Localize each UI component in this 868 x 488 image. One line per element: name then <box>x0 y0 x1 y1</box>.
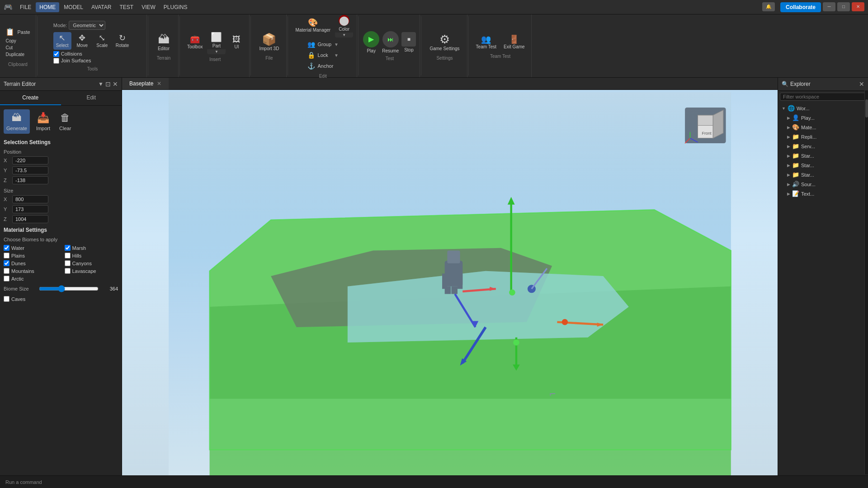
group-btn[interactable]: 👥 Group ▼ <box>304 39 342 49</box>
menu-file[interactable]: FILE <box>16 2 35 12</box>
lock-icon: 🔒 <box>307 52 315 59</box>
size-y-input[interactable] <box>12 205 48 213</box>
mode-select[interactable]: Geometric <box>69 21 105 30</box>
biome-canyons-checkbox[interactable] <box>65 260 71 266</box>
color-btn[interactable]: ⬤ Color <box>335 13 353 33</box>
import-btn[interactable]: 📥 Import <box>33 109 53 134</box>
generate-btn[interactable]: 🏔 Generate <box>4 109 30 134</box>
explorer-item-soundsvc[interactable]: ▶ 🔊 Sour... <box>778 179 868 189</box>
panel-dropdown-btn[interactable]: ▼ <box>98 80 104 88</box>
toolbox-icon: 🧰 <box>190 35 200 43</box>
menu-avatar[interactable]: AVATAR <box>88 2 115 12</box>
biome-mountains-checkbox[interactable] <box>4 268 9 274</box>
biome-plains-checkbox[interactable] <box>4 253 9 258</box>
right-panel-scrollbar[interactable] <box>864 90 868 474</box>
filter-row <box>778 91 868 103</box>
serv-icon: 📁 <box>792 143 799 150</box>
biome-water-checkbox[interactable] <box>4 245 9 251</box>
notification-btn[interactable]: 🔔 <box>762 2 775 11</box>
explorer-item-serverscriptsvc[interactable]: ▶ 📁 Serv... <box>778 141 868 151</box>
scrollbar-thumb[interactable] <box>865 99 868 117</box>
team-test-btn[interactable]: 👥 Team Test <box>473 33 499 51</box>
biome-dunes-checkbox[interactable] <box>4 260 9 266</box>
biome-arctic-checkbox[interactable] <box>4 276 9 282</box>
svg-line-40 <box>690 138 698 142</box>
size-x-input[interactable] <box>12 195 48 203</box>
explorer-item-materials[interactable]: ▶ 🎨 Mate... <box>778 122 868 132</box>
move-tool-btn[interactable]: ✥ Move <box>73 32 91 50</box>
explorer-item-starterchar[interactable]: ▶ 📁 Star... <box>778 151 868 160</box>
part-btn[interactable]: ⬜ Part <box>207 30 226 49</box>
panel-float-btn[interactable]: ⊡ <box>105 80 111 88</box>
svg-marker-38 <box>713 110 723 138</box>
explorer-item-players[interactable]: ▶ 👤 Play... <box>778 113 868 122</box>
position-y-input[interactable] <box>12 166 48 174</box>
biome-size-slider[interactable] <box>39 285 99 292</box>
part-dropdown-arrow[interactable]: ▼ <box>207 49 226 54</box>
menu-test[interactable]: TEST <box>116 2 137 12</box>
edit-tab[interactable]: Edit <box>61 91 122 105</box>
file-section: 📦 Import 3D File <box>252 14 287 77</box>
panel-close-btn[interactable]: ✕ <box>113 80 118 88</box>
caves-label: Caves <box>11 296 25 302</box>
menu-home[interactable]: HOME <box>36 2 59 12</box>
exit-game-btn[interactable]: 🚪 Exit Game <box>501 33 528 51</box>
maximize-btn[interactable]: □ <box>837 2 850 11</box>
menu-plugins[interactable]: PLUGINS <box>160 2 191 12</box>
caves-checkbox[interactable] <box>4 296 9 302</box>
explorer-item-starterpack[interactable]: ▶ 📁 Star... <box>778 170 868 179</box>
status-message: Run a command <box>5 479 42 485</box>
cut-btn[interactable]: Cut <box>4 45 14 51</box>
terrain-editor-btn[interactable]: 🏔 Editor <box>153 32 175 53</box>
lock-btn[interactable]: 🔒 Lock ▼ <box>304 50 342 60</box>
toolbox-btn[interactable]: 🧰 Toolbox <box>184 30 205 54</box>
select-tool-btn[interactable]: ↖ Select <box>53 32 71 50</box>
stop-btn[interactable]: ■ <box>401 32 416 47</box>
copy-btn[interactable]: Copy <box>4 38 18 44</box>
biome-marsh-checkbox[interactable] <box>65 245 71 251</box>
filter-input[interactable] <box>780 93 866 101</box>
play-btn[interactable]: ▶ <box>363 31 379 47</box>
rotate-tool-btn[interactable]: ↻ Rotate <box>113 32 132 50</box>
clear-btn[interactable]: 🗑 Clear <box>57 109 74 134</box>
position-z-input[interactable] <box>12 176 48 184</box>
duplicate-btn[interactable]: Duplicate <box>4 52 26 57</box>
explorer-item-workspace[interactable]: ▼ 🌐 Wor... <box>778 103 868 113</box>
baseplate-tab-close[interactable]: ✕ <box>157 80 161 87</box>
explorer-item-startergui[interactable]: ▶ 📁 Star... <box>778 160 868 170</box>
explorer-close-btn[interactable]: ✕ <box>859 80 864 88</box>
join-surfaces-checkbox[interactable] <box>53 58 59 64</box>
menu-model[interactable]: MODEL <box>60 2 87 12</box>
baseplate-tab[interactable]: Baseplate ✕ <box>122 78 169 89</box>
test-label: Test <box>386 56 394 61</box>
paste-btn[interactable]: 📋 Paste <box>4 27 32 37</box>
collisions-checkbox[interactable] <box>53 51 59 57</box>
ui-btn[interactable]: 🖼 UI <box>227 30 245 54</box>
color-dropdown-arrow[interactable]: ▼ <box>335 33 353 38</box>
game-settings-btn[interactable]: ⚙ Game Settings <box>426 32 463 53</box>
scale-tool-btn[interactable]: ⤡ Scale <box>93 32 111 50</box>
scale-icon: ⤡ <box>99 34 105 42</box>
create-tab[interactable]: Create <box>0 91 61 105</box>
biome-lavascape-checkbox[interactable] <box>65 268 71 274</box>
size-z-input[interactable] <box>12 215 48 223</box>
svg-marker-31 <box>460 358 467 366</box>
material-manager-btn[interactable]: 🎨 Material Manager <box>292 13 333 38</box>
play-label: Play <box>367 48 375 53</box>
minimize-btn[interactable]: ─ <box>823 2 835 11</box>
position-x-input[interactable] <box>12 156 48 164</box>
import-3d-btn[interactable]: 📦 Import 3D <box>255 32 283 53</box>
textsvc-icon: 📝 <box>792 190 799 197</box>
resume-btn[interactable]: ⏭ <box>382 31 399 47</box>
anchor-btn[interactable]: ⚓ Anchor <box>304 61 342 71</box>
panel-title: Terrain Editor <box>4 81 36 87</box>
3d-scene[interactable]: ⌐ Front <box>122 92 778 475</box>
menu-view[interactable]: VIEW <box>138 2 159 12</box>
biome-hills-checkbox[interactable] <box>65 253 71 258</box>
explorer-item-textsvc[interactable]: ▶ 📝 Text... <box>778 189 868 198</box>
import-icon: 📥 <box>37 112 49 124</box>
explorer-item-replicatedstorage[interactable]: ▶ 📁 Repli... <box>778 132 868 141</box>
collaborate-button[interactable]: Collaborate <box>780 2 821 12</box>
close-btn[interactable]: ✕ <box>852 2 864 11</box>
stop-label: Stop <box>404 47 414 52</box>
